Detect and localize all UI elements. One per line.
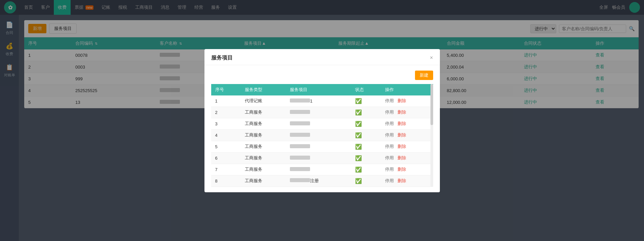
modal-cell-action: 停用 删除	[381, 141, 433, 152]
modal-cell-status: ✅	[351, 107, 381, 118]
modal-table-row: 7 工商服务 ✅ 停用 删除	[211, 164, 433, 175]
modal-col-action: 操作	[381, 84, 433, 95]
modal-cell-action: 停用 删除	[381, 164, 433, 175]
modal-close-button[interactable]: ×	[430, 55, 433, 61]
modal-cell-item: 注册	[286, 175, 351, 187]
modal-cell-type: 工商服务	[241, 129, 286, 141]
modal-overlay[interactable]: 服务项目 × 新建 序号 服务类型 服务项目 状态 操作	[0, 0, 644, 241]
modal-table-row: 4 工商服务 ✅ 停用 删除	[211, 129, 433, 141]
modal-cell-action: 停用 删除	[381, 107, 433, 118]
modal-title: 服务项目	[211, 54, 233, 62]
modal-table-row: 5 工商服务 ✅ 停用 删除	[211, 141, 433, 152]
modal-cell-item	[286, 118, 351, 129]
modal-header: 服务项目 ×	[204, 49, 440, 65]
modal-cell-status: ✅	[351, 118, 381, 129]
modal-cell-item	[286, 152, 351, 164]
modal-table-row: 6 工商服务 ✅ 停用 删除	[211, 152, 433, 164]
delete-button[interactable]: 删除	[397, 132, 406, 137]
modal-cell-index: 5	[211, 141, 241, 152]
modal-cell-index: 3	[211, 118, 241, 129]
scroll-track[interactable]	[430, 84, 433, 187]
modal-table-row: 2 工商服务 ✅ 停用 删除	[211, 107, 433, 118]
delete-button[interactable]: 删除	[397, 155, 406, 160]
delete-button[interactable]: 删除	[397, 167, 406, 172]
modal-table-row: 3 工商服务 ✅ 停用 删除	[211, 118, 433, 129]
modal-cell-action: 停用 删除	[381, 175, 433, 187]
modal-cell-type: 工商服务	[241, 141, 286, 152]
modal-new-button[interactable]: 新建	[415, 71, 433, 80]
modal-cell-index: 4	[211, 129, 241, 141]
modal-cell-type: 工商服务	[241, 107, 286, 118]
delete-button[interactable]: 删除	[397, 121, 406, 126]
modal-cell-status: ✅	[351, 141, 381, 152]
modal-col-index: 序号	[211, 84, 241, 95]
modal-cell-action: 停用 删除	[381, 118, 433, 129]
stop-button[interactable]: 停用	[385, 121, 394, 126]
modal-cell-status: ✅	[351, 152, 381, 164]
stop-button[interactable]: 停用	[385, 178, 394, 183]
modal-cell-type: 代理记账	[241, 95, 286, 107]
stop-button[interactable]: 停用	[385, 155, 394, 160]
modal-cell-index: 1	[211, 95, 241, 107]
modal-col-type: 服务类型	[241, 84, 286, 95]
modal-table-header: 序号 服务类型 服务项目 状态 操作	[211, 84, 433, 95]
modal-cell-item	[286, 129, 351, 141]
modal-cell-item	[286, 107, 351, 118]
modal-body: 新建 序号 服务类型 服务项目 状态 操作 1 代理记账	[204, 65, 440, 192]
modal-cell-item	[286, 141, 351, 152]
modal-cell-type: 工商服务	[241, 164, 286, 175]
stop-button[interactable]: 停用	[385, 132, 394, 137]
delete-button[interactable]: 删除	[397, 98, 406, 103]
stop-button[interactable]: 停用	[385, 98, 394, 103]
modal-cell-status: ✅	[351, 129, 381, 141]
modal-cell-action: 停用 删除	[381, 152, 433, 164]
modal-cell-index: 6	[211, 152, 241, 164]
stop-button[interactable]: 停用	[385, 144, 394, 149]
modal-cell-status: ✅	[351, 164, 381, 175]
modal-cell-type: 工商服务	[241, 118, 286, 129]
service-items-modal: 服务项目 × 新建 序号 服务类型 服务项目 状态 操作	[204, 49, 440, 192]
modal-col-status: 状态	[351, 84, 381, 95]
stop-button[interactable]: 停用	[385, 167, 394, 172]
stop-button[interactable]: 停用	[385, 110, 394, 115]
modal-toolbar: 新建	[211, 71, 433, 80]
service-items-table: 序号 服务类型 服务项目 状态 操作 1 代理记账 1 ✅ 停用 删除 2 工商…	[211, 84, 433, 187]
scroll-thumb[interactable]	[430, 84, 433, 125]
modal-cell-status: ✅	[351, 175, 381, 187]
modal-table-row: 8 工商服务 注册 ✅ 停用 删除	[211, 175, 433, 187]
modal-cell-index: 2	[211, 107, 241, 118]
modal-cell-index: 7	[211, 164, 241, 175]
modal-col-item: 服务项目	[286, 84, 351, 95]
modal-cell-type: 工商服务	[241, 152, 286, 164]
modal-cell-status: ✅	[351, 95, 381, 107]
modal-cell-item	[286, 164, 351, 175]
modal-table-row: 1 代理记账 1 ✅ 停用 删除	[211, 95, 433, 107]
modal-table-area: 序号 服务类型 服务项目 状态 操作 1 代理记账 1 ✅ 停用 删除 2 工商…	[211, 84, 433, 187]
modal-cell-action: 停用 删除	[381, 129, 433, 141]
delete-button[interactable]: 删除	[397, 178, 406, 183]
modal-cell-action: 停用 删除	[381, 95, 433, 107]
modal-cell-type: 工商服务	[241, 175, 286, 187]
delete-button[interactable]: 删除	[397, 110, 406, 115]
modal-cell-index: 8	[211, 175, 241, 187]
modal-cell-item: 1	[286, 95, 351, 107]
delete-button[interactable]: 删除	[397, 144, 406, 149]
